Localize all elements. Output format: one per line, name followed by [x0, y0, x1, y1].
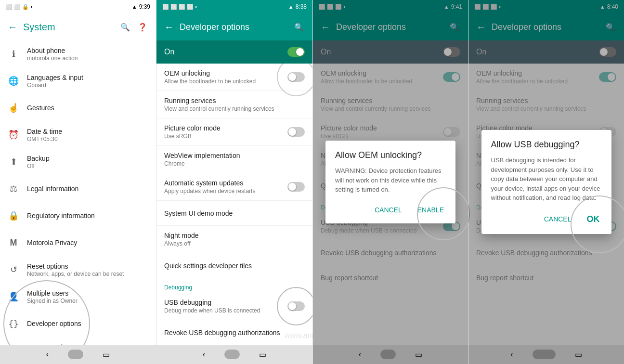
nav-home-2[interactable]	[224, 350, 240, 359]
panel1-title: System	[23, 22, 114, 33]
usb-toggle-wrap-2	[287, 301, 305, 311]
menu-item-gestures[interactable]: ☝ Gestures	[0, 94, 156, 121]
reset-icon: ↺	[8, 264, 19, 275]
webview-sub-2: Chrome	[164, 160, 305, 167]
users-text: Multiple users Signed in as Owner	[27, 289, 148, 304]
status-bar-2: ⬜ ⬜ ⬜ ⬜ • ▲ 8:38	[156, 0, 312, 13]
nav-back-2[interactable]: ‹	[203, 350, 205, 359]
reset-sub: Network, apps, or device can be reset	[27, 271, 148, 277]
notification-icons-1: ⬜ ⬜ 🔒 •	[6, 4, 32, 10]
nav-back-1[interactable]: ‹	[46, 350, 49, 359]
panel-developer-usb-dialog: ⬜ ⬜ ⬜ • ▲ 8:40 ← Developer options 🔍 On …	[468, 0, 624, 364]
status-icons-right-1: ▲ 9:39	[132, 3, 150, 10]
menu-item-users[interactable]: 👤 Multiple users Signed in as Owner	[0, 283, 156, 310]
on-label-2: On	[164, 48, 174, 56]
running-text-2: Running services View and control curren…	[164, 97, 305, 112]
setting-colormode-2[interactable]: Picture color mode Use sRGB	[156, 118, 312, 146]
quicktiles-text-2: Quick settings developer tiles	[164, 262, 305, 270]
oem-text-2: OEM unlocking Allow the bootloader to be…	[164, 69, 287, 85]
about-sub: motorola one action	[27, 55, 148, 62]
nav-recent-2[interactable]: ▭	[259, 350, 266, 359]
debug-header-2: Debugging	[156, 278, 312, 293]
colormode-toggle-2[interactable]	[287, 127, 305, 137]
oem-dialog-actions: Cancel Enable	[325, 202, 455, 220]
about-icon: ℹ	[8, 48, 19, 60]
time-2: 8:38	[296, 3, 307, 10]
oem-label-2: OEM unlocking	[164, 69, 287, 77]
setting-oem-2[interactable]: OEM unlocking Allow the bootloader to be…	[156, 64, 312, 91]
usb-dialog-actions: Cancel OK	[481, 210, 611, 230]
nightmode-label-2: Night mode	[164, 232, 305, 239]
setting-nightmode-2[interactable]: Night mode Always off	[156, 226, 312, 253]
usbdebug-text-2: USB debugging Debug mode when USB is con…	[164, 299, 287, 314]
search-icon-2[interactable]: 🔍	[293, 21, 305, 33]
gestures-icon: ☝	[8, 102, 19, 114]
nightmode-sub-2: Always off	[164, 240, 305, 247]
status-icons-right-2: ▲ 8:38	[288, 3, 307, 10]
developer-icon: {}	[8, 318, 19, 329]
revokeusb-text-2: Revoke USB debugging authorizations	[164, 329, 305, 337]
menu-item-reset[interactable]: ↺ Reset options Network, apps, or device…	[0, 256, 156, 283]
webview-text-2: WebView implementation Chrome	[164, 152, 305, 167]
nav-recent-1[interactable]: ▭	[103, 350, 110, 359]
setting-autoupdates-2[interactable]: Automatic system updates Apply updates w…	[156, 173, 312, 201]
nav-home-1[interactable]	[68, 350, 83, 359]
time-1: 9:39	[139, 3, 150, 10]
setting-quicktiles-2[interactable]: Quick settings developer tiles	[156, 253, 312, 278]
gestures-label: Gestures	[27, 104, 148, 112]
setting-webview-2[interactable]: WebView implementation Chrome	[156, 146, 312, 173]
datetime-icon: ⏰	[8, 129, 19, 141]
datetime-sub: GMT+05:30	[27, 136, 148, 143]
oem-toggle-wrap-2	[287, 72, 305, 82]
languages-icon: 🌐	[8, 75, 19, 87]
back-icon-1[interactable]: ←	[8, 22, 17, 33]
back-icon-2[interactable]: ←	[164, 22, 174, 33]
webview-label-2: WebView implementation	[164, 152, 305, 159]
menu-item-about[interactable]: ℹ About phone motorola one action	[0, 40, 156, 67]
setting-running-2[interactable]: Running services View and control curren…	[156, 91, 312, 118]
usbdebug-toggle-2[interactable]	[287, 301, 305, 311]
menu-item-regulatory[interactable]: 🔒 Regulatory information	[0, 202, 156, 229]
menu-item-systemupdates[interactable]: 📱 System updates Updated to Android 9	[0, 337, 156, 345]
status-bar-1: ⬜ ⬜ 🔒 • ▲ 9:39	[0, 0, 156, 13]
regulatory-text: Regulatory information	[27, 212, 148, 220]
running-sub-2: View and control currently running servi…	[164, 105, 305, 112]
oem-enable-button[interactable]: Enable	[412, 202, 450, 218]
setting-demo-2[interactable]: System UI demo mode	[156, 201, 312, 226]
gestures-text: Gestures	[27, 104, 148, 112]
bottom-nav-1: ‹ ▭	[0, 345, 156, 364]
menu-item-motorola[interactable]: M Motorola Privacy	[0, 229, 156, 256]
about-text: About phone motorola one action	[27, 47, 148, 62]
toolbar-1: ← System 🔍 ❓	[0, 13, 156, 40]
languages-sub: Gboard	[27, 82, 148, 89]
usb-cancel-button[interactable]: Cancel	[538, 210, 577, 228]
users-sub: Signed in as Owner	[27, 298, 148, 304]
search-icon-1[interactable]: 🔍	[119, 21, 131, 33]
backup-label: Backup	[27, 155, 148, 162]
autoupdates-toggle-2[interactable]	[287, 182, 305, 192]
notification-icons-2: ⬜ ⬜ ⬜ ⬜ •	[162, 4, 197, 10]
menu-item-legal[interactable]: ⚖ Legal information	[0, 175, 156, 202]
on-row-2: On	[156, 40, 312, 64]
regulatory-label: Regulatory information	[27, 212, 148, 220]
legal-label: Legal information	[27, 185, 148, 193]
help-icon-1[interactable]: ❓	[137, 21, 148, 33]
menu-item-backup[interactable]: ⬆ Backup Off	[0, 148, 156, 175]
menu-item-datetime[interactable]: ⏰ Date & time GMT+05:30	[0, 121, 156, 148]
legal-text: Legal information	[27, 185, 148, 193]
autoupdates-sub-2: Apply updates when device restarts	[164, 188, 287, 195]
running-label-2: Running services	[164, 97, 305, 104]
menu-item-developer[interactable]: {} Developer options	[0, 310, 156, 337]
setting-revokeusb-2[interactable]: Revoke USB debugging authorizations	[156, 320, 312, 345]
usb-dialog-body: USB debugging is intended for developmen…	[481, 156, 611, 210]
developer-label: Developer options	[27, 320, 148, 327]
menu-item-languages[interactable]: 🌐 Languages & input Gboard	[0, 67, 156, 94]
panel-system-settings: ⬜ ⬜ 🔒 • ▲ 9:39 ← System 🔍 ❓ ℹ About phon…	[0, 0, 156, 364]
oem-toggle-2[interactable]	[287, 72, 305, 82]
setting-usbdebug-2[interactable]: USB debugging Debug mode when USB is con…	[156, 293, 312, 320]
oem-cancel-button[interactable]: Cancel	[369, 202, 408, 218]
about-label: About phone	[27, 47, 148, 54]
on-toggle-2[interactable]	[287, 47, 305, 57]
revokeusb-label-2: Revoke USB debugging authorizations	[164, 329, 305, 337]
usb-ok-button[interactable]: OK	[581, 210, 606, 228]
